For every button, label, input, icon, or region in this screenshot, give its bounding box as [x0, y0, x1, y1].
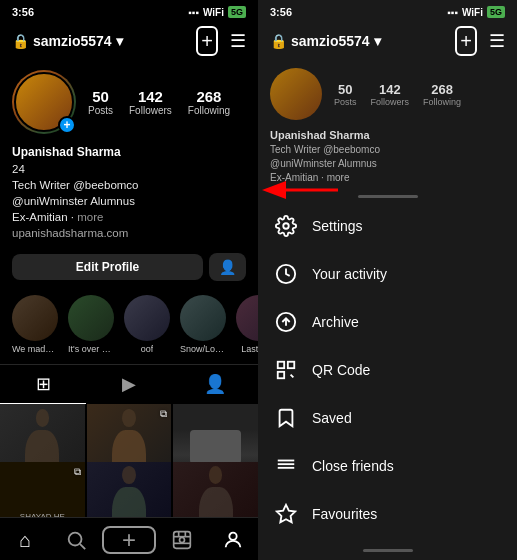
- photo-cell-6[interactable]: [173, 462, 258, 517]
- lock-icon: 🔒: [12, 33, 29, 49]
- profile-stats: 50 Posts 142 Followers 268 Following: [88, 88, 246, 116]
- followers-count: 142: [138, 88, 163, 105]
- right-avatar: [270, 68, 322, 120]
- chevron-icon-right: ▾: [374, 33, 381, 49]
- right-bio-line2: @uniWminster Alumnus: [270, 157, 505, 171]
- bio-website[interactable]: upanishadsharma.com: [12, 225, 246, 241]
- bio-line2: @uniWminster Alumnus: [12, 193, 246, 209]
- svg-rect-2: [173, 532, 190, 549]
- activity-label: Your activity: [312, 266, 387, 282]
- avatar-wrap[interactable]: +: [12, 70, 76, 134]
- menu-item-settings[interactable]: Settings: [258, 202, 517, 250]
- nav-add[interactable]: +: [102, 526, 157, 554]
- header-icons-right: + ☰: [455, 26, 505, 56]
- multi-photo-icon-4: ⧉: [74, 466, 81, 478]
- menu-item-qr[interactable]: QR Code: [258, 346, 517, 394]
- menu-icon[interactable]: ☰: [230, 30, 246, 52]
- menu-item-archive[interactable]: Archive: [258, 298, 517, 346]
- signal-icon-right: ▪▪▪: [447, 7, 458, 18]
- highlight-2[interactable]: oof: [124, 295, 170, 354]
- right-bio-name: Upanishad Sharma: [270, 128, 505, 143]
- followers-stat[interactable]: 142 Followers: [129, 88, 172, 116]
- highlight-label-3: Snow/Lond...: [180, 344, 226, 354]
- battery-icon: 5G: [228, 6, 246, 18]
- username-text-right: samzio5574: [291, 33, 370, 49]
- edit-profile-row: Edit Profile 👤: [0, 249, 258, 289]
- menu-item-favourites[interactable]: Favourites: [258, 490, 517, 538]
- photo-cell-4[interactable]: SHAYAD HEUPANISHADSHARMA... ⧉: [0, 462, 85, 517]
- bottom-scroll-bar: [363, 549, 413, 552]
- right-stats: 50 Posts 142 Followers 268 Following: [334, 82, 461, 107]
- posts-label: Posts: [88, 105, 113, 116]
- svg-line-20: [291, 375, 294, 378]
- right-following-stat: 268 Following: [423, 82, 461, 107]
- nav-home[interactable]: ⌂: [0, 526, 51, 554]
- scroll-indicator: [358, 195, 418, 198]
- time-left: 3:56: [12, 6, 34, 18]
- avatar-plus-button[interactable]: +: [58, 116, 76, 134]
- highlight-3[interactable]: Snow/Lond...: [180, 295, 226, 354]
- right-bio-line1: Tech Writer @beebomco: [270, 143, 505, 157]
- nav-reels[interactable]: [156, 526, 207, 554]
- nav-profile[interactable]: [207, 526, 258, 554]
- menu-item-close-friends[interactable]: Close friends: [258, 442, 517, 490]
- svg-point-8: [229, 533, 236, 540]
- wifi-icon: WiFi: [203, 7, 224, 18]
- right-bio: Upanishad Sharma Tech Writer @beebomco @…: [258, 126, 517, 191]
- svg-rect-13: [278, 362, 284, 368]
- right-panel: 3:56 ▪▪▪ WiFi 5G 🔒 samzio5574 ▾ + ☰ 50 P…: [258, 0, 517, 560]
- qr-label: QR Code: [312, 362, 370, 378]
- right-following-count: 268: [431, 82, 453, 97]
- settings-label: Settings: [312, 218, 363, 234]
- right-followers-count: 142: [379, 82, 401, 97]
- right-posts-label: Posts: [334, 97, 357, 107]
- menu-item-activity[interactable]: Your activity: [258, 250, 517, 298]
- tab-tagged[interactable]: 👤: [172, 365, 258, 404]
- favourites-label: Favourites: [312, 506, 377, 522]
- favourites-icon: [274, 502, 298, 526]
- highlight-4[interactable]: Last Day: [236, 295, 258, 354]
- edit-profile-button[interactable]: Edit Profile: [12, 254, 203, 280]
- highlight-label-4: Last Day: [241, 344, 258, 354]
- svg-line-1: [80, 544, 85, 549]
- highlight-1[interactable]: It's over now.: [68, 295, 114, 354]
- archive-icon: [274, 310, 298, 334]
- highlight-0[interactable]: We made it...: [12, 295, 58, 354]
- posts-count: 50: [92, 88, 109, 105]
- svg-point-0: [69, 533, 82, 546]
- bio-more-link[interactable]: more: [77, 211, 103, 223]
- nav-search[interactable]: [51, 526, 102, 554]
- bio-age: 24: [12, 161, 246, 177]
- close-friends-label: Close friends: [312, 458, 394, 474]
- photo-cell-5[interactable]: [87, 462, 172, 517]
- highlight-label-1: It's over now.: [68, 344, 114, 354]
- header-icons: + ☰: [196, 26, 246, 56]
- username-section-right[interactable]: 🔒 samzio5574 ▾: [270, 33, 381, 49]
- menu-item-saved[interactable]: Saved: [258, 394, 517, 442]
- svg-point-9: [283, 224, 289, 230]
- bio-section: Upanishad Sharma 24 Tech Writer @beebomc…: [0, 142, 258, 249]
- svg-rect-14: [288, 362, 294, 368]
- highlight-label-2: oof: [141, 344, 154, 354]
- username-section[interactable]: 🔒 samzio5574 ▾: [12, 33, 123, 49]
- following-label: Following: [188, 105, 230, 116]
- tab-grid[interactable]: ⊞: [0, 365, 86, 404]
- content-tabs: ⊞ ▶ 👤: [0, 364, 258, 404]
- archive-label: Archive: [312, 314, 359, 330]
- right-posts-count: 50: [338, 82, 352, 97]
- photo-grid: ⧉ SHAYAD HEUPANISHADSHARMA... ⧉: [0, 404, 258, 517]
- add-post-icon-right[interactable]: +: [455, 26, 477, 56]
- right-followers-label: Followers: [371, 97, 410, 107]
- multi-photo-icon: ⧉: [160, 408, 167, 420]
- tab-reels[interactable]: ▶: [86, 365, 172, 404]
- settings-icon: [274, 214, 298, 238]
- signal-icon: ▪▪▪: [188, 7, 199, 18]
- add-post-icon[interactable]: +: [196, 26, 218, 56]
- top-bar-left: 🔒 samzio5574 ▾ + ☰: [0, 22, 258, 62]
- suggest-people-button[interactable]: 👤: [209, 253, 246, 281]
- following-stat[interactable]: 268 Following: [188, 88, 230, 116]
- menu-icon-right[interactable]: ☰: [489, 30, 505, 52]
- top-bar-right: 🔒 samzio5574 ▾ + ☰: [258, 22, 517, 62]
- right-posts-stat: 50 Posts: [334, 82, 357, 107]
- highlight-label-0: We made it...: [12, 344, 58, 354]
